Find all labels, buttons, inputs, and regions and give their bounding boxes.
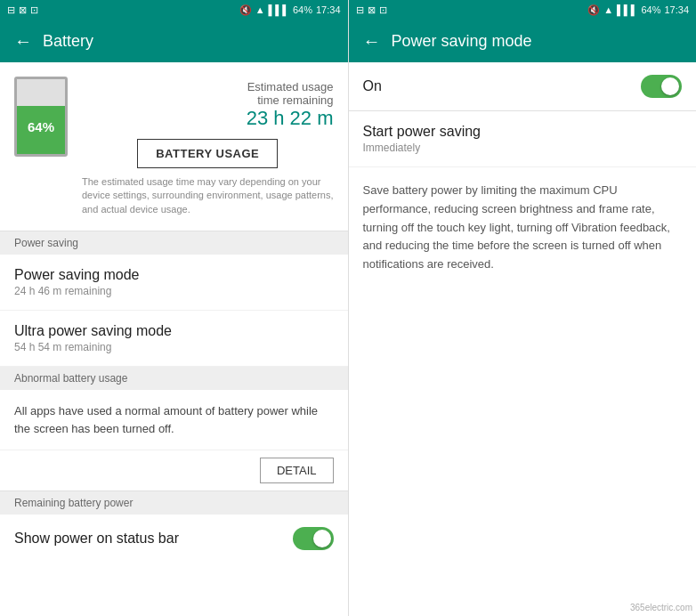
battery-icon: 64% (14, 77, 68, 157)
time-remaining: 23 h 22 m (82, 107, 334, 130)
ultra-power-saving-item[interactable]: Ultra power saving mode 54 h 54 m remain… (0, 311, 348, 367)
power-saving-section-header: Power saving (0, 231, 348, 255)
remaining-section-header: Remaining battery power (0, 491, 348, 515)
estimated-label: Estimated usage (82, 80, 334, 93)
watermark: 365electric.com (630, 603, 692, 612)
status-bar-left: ⊟ ⊠ ⊡ 🔇 ▲ ▌▌▌ 64% 17:34 (0, 0, 348, 20)
mute-icon: 🔇 (239, 4, 252, 16)
on-toggle-switch[interactable] (641, 75, 682, 98)
battery-usage-button[interactable]: BATTERY USAGE (137, 139, 278, 168)
ultra-power-saving-title: Ultra power saving mode (14, 323, 334, 339)
signal-icon-right: ▌▌▌ (617, 4, 637, 15)
wifi-icon: ▲ (255, 4, 265, 15)
notif-icon-1: ⊟ (7, 4, 15, 16)
abnormal-section-header: Abnormal battery usage (0, 367, 348, 390)
notif-icon-3: ⊡ (30, 4, 38, 16)
back-button-left[interactable]: ← (14, 31, 32, 52)
page-title-left: Battery (43, 32, 93, 51)
ultra-power-saving-subtitle: 54 h 54 m remaining (14, 341, 334, 353)
notif-icon-2: ⊠ (19, 4, 27, 16)
header-right: ← Power saving mode (349, 20, 697, 62)
left-panel: ⊟ ⊠ ⊡ 🔇 ▲ ▌▌▌ 64% 17:34 ← Battery 64% Es… (0, 0, 349, 616)
battery-info: Estimated usage time remaining 23 h 22 m… (82, 77, 334, 216)
time-label: time remaining (82, 93, 334, 107)
status-bar-right: ⊟ ⊠ ⊡ 🔇 ▲ ▌▌▌ 64% 17:34 (349, 0, 697, 20)
notif-icon-r3: ⊡ (379, 4, 387, 16)
start-power-saving-subtitle: Immediately (363, 142, 683, 154)
show-power-toggle-row: Show power on status bar (0, 515, 348, 563)
time-display-left: 17:34 (316, 4, 341, 15)
battery-status: 64% (293, 4, 312, 15)
page-title-right: Power saving mode (392, 32, 532, 51)
battery-status-right: 64% (641, 4, 660, 15)
start-power-saving-title: Start power saving (363, 124, 683, 140)
power-saving-mode-subtitle: 24 h 46 m remaining (14, 285, 334, 297)
power-saving-description: Save battery power by limiting the maxim… (349, 167, 697, 288)
signal-icon: ▌▌▌ (269, 4, 289, 15)
status-icons-left: ⊟ ⊠ ⊡ (7, 4, 38, 16)
time-display-right: 17:34 (664, 4, 689, 15)
power-saving-mode-item[interactable]: Power saving mode 24 h 46 m remaining (0, 255, 348, 311)
detail-btn-row: DETAIL (0, 450, 348, 491)
wifi-icon-right: ▲ (603, 4, 613, 15)
notif-icon-r2: ⊠ (368, 4, 376, 16)
show-power-toggle[interactable] (293, 527, 334, 550)
on-label: On (363, 78, 382, 94)
battery-disclaimer: The estimated usage time may vary depend… (82, 175, 334, 216)
battery-percent-display: 64% (17, 119, 65, 134)
header-left: ← Battery (0, 20, 348, 62)
mute-icon-right: 🔇 (587, 4, 600, 16)
battery-icon-wrapper: 64% (14, 77, 68, 157)
status-icons-right: ⊟ ⊠ ⊡ (356, 4, 387, 16)
on-toggle-row: On (349, 62, 697, 111)
notif-icon-r1: ⊟ (356, 4, 364, 16)
battery-section: 64% Estimated usage time remaining 23 h … (0, 62, 348, 231)
right-panel: ⊟ ⊠ ⊡ 🔇 ▲ ▌▌▌ 64% 17:34 ← Power saving m… (349, 0, 697, 616)
back-button-right[interactable]: ← (363, 31, 381, 52)
detail-button[interactable]: DETAIL (260, 458, 334, 483)
start-power-saving-item[interactable]: Start power saving Immediately (349, 111, 697, 167)
abnormal-text: All apps have used a normal amount of ba… (0, 390, 348, 450)
show-power-label: Show power on status bar (14, 531, 179, 547)
power-saving-mode-title: Power saving mode (14, 267, 334, 283)
